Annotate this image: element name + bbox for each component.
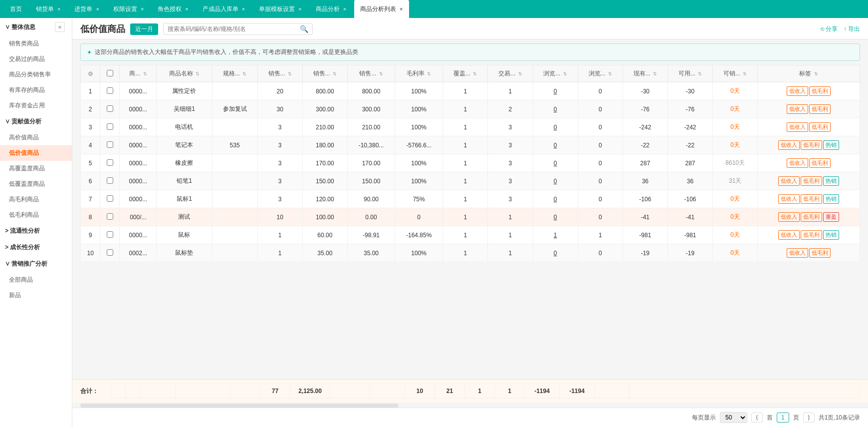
row-checkbox-cell[interactable]: [100, 244, 120, 262]
row-checkbox[interactable]: [107, 249, 113, 256]
row-checkbox-cell[interactable]: [100, 118, 120, 136]
nav-product-analysis[interactable]: 商品分析 ×: [310, 0, 352, 18]
row-checkbox[interactable]: [107, 123, 113, 130]
sidebar-item-all-products[interactable]: 全部商品: [0, 272, 72, 288]
col-spec[interactable]: 规格... ⇅: [212, 65, 257, 82]
sidebar-item-low-coverage[interactable]: 低覆盖度商品: [0, 176, 72, 192]
browse-link[interactable]: 1: [554, 232, 557, 239]
sidebar-item-high-value[interactable]: 高价值商品: [0, 130, 72, 145]
col-code[interactable]: 商... ⇅: [120, 65, 157, 82]
browse-link[interactable]: 0: [554, 88, 557, 95]
col-sellable[interactable]: 可销... ⇅: [713, 65, 758, 82]
sidebar-item-low-margin[interactable]: 低毛利商品: [0, 207, 72, 223]
row-browse1[interactable]: 0: [533, 172, 578, 190]
close-icon[interactable]: ×: [96, 6, 99, 12]
row-checkbox[interactable]: [107, 159, 113, 166]
sidebar-item-stocked-products[interactable]: 有库存的商品: [0, 82, 72, 98]
first-page-button[interactable]: ⟨: [751, 413, 763, 423]
col-stock1[interactable]: 现有... ⇅: [623, 65, 667, 82]
sidebar-item-high-margin[interactable]: 高毛利商品: [0, 192, 72, 207]
row-browse1[interactable]: 0: [533, 118, 578, 136]
export-button[interactable]: ↑ 导出: [844, 25, 860, 33]
close-icon[interactable]: ×: [400, 6, 403, 12]
col-margin[interactable]: 毛利率 ⇅: [395, 65, 443, 82]
filter-recent-month-button[interactable]: 近一月: [130, 23, 158, 35]
search-input[interactable]: [168, 25, 297, 32]
close-icon[interactable]: ×: [57, 6, 60, 12]
browse-link[interactable]: 0: [554, 178, 557, 185]
browse-link[interactable]: 0: [554, 124, 557, 131]
row-checkbox[interactable]: [107, 177, 113, 184]
row-checkbox[interactable]: [107, 195, 113, 202]
sidebar-group-growth[interactable]: > 成长性分析: [0, 239, 72, 256]
collapse-icon[interactable]: «: [55, 22, 65, 32]
row-browse1[interactable]: 0: [533, 244, 578, 262]
browse-link[interactable]: 0: [554, 106, 557, 113]
sidebar-item-stock-capital[interactable]: 库存资金占用: [0, 98, 72, 113]
nav-purchase-order[interactable]: 进货单 ×: [68, 0, 105, 18]
sidebar-item-sales-products[interactable]: 销售类商品: [0, 36, 72, 51]
sidebar-group-marketing[interactable]: ∨ 营销推广分析: [0, 256, 72, 272]
nav-home[interactable]: 首页: [4, 0, 28, 18]
close-icon[interactable]: ×: [298, 6, 301, 12]
row-checkbox-cell[interactable]: [100, 190, 120, 208]
close-icon[interactable]: ×: [141, 6, 144, 12]
nav-sales-order[interactable]: 销货单 ×: [30, 0, 66, 18]
row-checkbox-cell[interactable]: [100, 172, 120, 190]
nav-product-analysis-list[interactable]: 商品分析列表 ×: [354, 0, 409, 18]
next-page-button[interactable]: ⟩: [803, 413, 815, 423]
row-checkbox[interactable]: [107, 105, 113, 112]
sidebar-item-traded-products[interactable]: 交易过的商品: [0, 51, 72, 67]
sidebar-group-overall[interactable]: ∨ 整体信息 «: [0, 18, 72, 36]
share-button[interactable]: ⎋ 分享: [821, 25, 838, 33]
col-stock2[interactable]: 可用... ⇅: [667, 65, 712, 82]
sidebar-item-category-rate[interactable]: 商品分类销售率: [0, 67, 72, 82]
browse-link[interactable]: 0: [554, 250, 557, 257]
sidebar-item-high-coverage[interactable]: 高覆盖度商品: [0, 161, 72, 176]
row-checkbox[interactable]: [107, 87, 113, 94]
row-checkbox-cell[interactable]: [100, 154, 120, 172]
sidebar-group-flow[interactable]: > 流通性分析: [0, 223, 72, 239]
col-sales1[interactable]: 销售... ⇅: [257, 65, 302, 82]
row-checkbox-cell[interactable]: [100, 82, 120, 100]
browse-link[interactable]: 0: [554, 160, 557, 167]
per-page-select[interactable]: 50 100 200: [720, 412, 747, 423]
nav-permission[interactable]: 权限设置 ×: [107, 0, 150, 18]
close-icon[interactable]: ×: [343, 6, 346, 12]
col-browse2[interactable]: 浏览... ⇅: [578, 65, 623, 82]
row-browse1[interactable]: 1: [533, 226, 578, 244]
gear-icon[interactable]: ⚙: [88, 70, 93, 77]
col-cover[interactable]: 覆盖... ⇅: [443, 65, 488, 82]
browse-link[interactable]: 0: [554, 196, 557, 203]
select-all-checkbox[interactable]: [107, 70, 113, 76]
sidebar-item-new-products[interactable]: 新品: [0, 288, 72, 303]
row-browse1[interactable]: 0: [533, 100, 578, 118]
row-checkbox-cell[interactable]: [100, 208, 120, 226]
browse-link[interactable]: 0: [554, 142, 557, 149]
sidebar-item-low-value[interactable]: 低价值商品: [0, 145, 72, 161]
nav-role-auth[interactable]: 角色授权 ×: [152, 0, 194, 18]
row-checkbox-cell[interactable]: [100, 136, 120, 154]
nav-template-settings[interactable]: 单据模板设置 ×: [253, 0, 307, 18]
col-name[interactable]: 商品名称 ⇅: [157, 65, 212, 82]
col-sales3[interactable]: 销售... ⇅: [347, 65, 395, 82]
col-browse1[interactable]: 浏览... ⇅: [533, 65, 578, 82]
browse-link[interactable]: 0: [554, 214, 557, 221]
row-checkbox-cell[interactable]: [100, 100, 120, 118]
row-checkbox-cell[interactable]: [100, 226, 120, 244]
row-browse1[interactable]: 0: [533, 136, 578, 154]
nav-product-inbound[interactable]: 产成品入库单 ×: [197, 0, 251, 18]
col-gear[interactable]: ⚙: [81, 65, 100, 82]
sidebar-group-contribution[interactable]: ∨ 贡献值分析: [0, 113, 72, 130]
col-sales2[interactable]: 销售... ⇅: [302, 65, 347, 82]
search-icon[interactable]: 🔍: [300, 25, 308, 33]
row-browse1[interactable]: 0: [533, 82, 578, 100]
col-tags[interactable]: 标签 ⇅: [758, 65, 860, 82]
row-checkbox[interactable]: [107, 213, 113, 220]
row-browse1[interactable]: 0: [533, 190, 578, 208]
row-checkbox[interactable]: [107, 231, 113, 238]
row-browse1[interactable]: 0: [533, 154, 578, 172]
close-icon[interactable]: ×: [242, 6, 245, 12]
close-icon[interactable]: ×: [185, 6, 188, 12]
row-browse1[interactable]: 0: [533, 208, 578, 226]
